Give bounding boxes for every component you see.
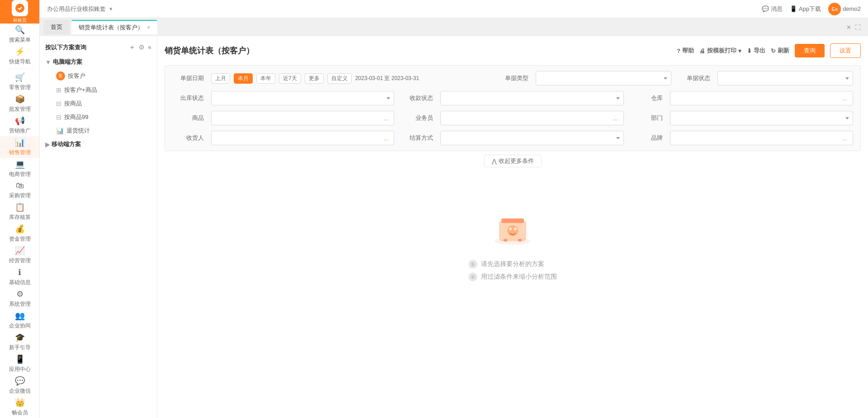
brand-select[interactable]: ... — [670, 131, 853, 145]
settings-button[interactable]: 设置 — [830, 43, 861, 58]
filter-row-receiver: 收货人 ... 结算方式 品牌 ... — [172, 131, 853, 145]
date-btn-custom[interactable]: 自定义 — [327, 73, 352, 84]
window-close-icon[interactable]: ✕ — [846, 24, 851, 31]
right-main: 销货单统计表（按客户） ? 帮助 🖨 按模板打印 ▾ ⬇ 导出 — [157, 36, 868, 418]
sidebar-item-vip[interactable]: 👑 畅会员 — [0, 396, 40, 418]
tree-item-by-customer[interactable]: 客 按客户 — [40, 69, 157, 83]
collapse-bar: ⋀ 收起更多条件 — [165, 151, 861, 171]
help-action[interactable]: ? 帮助 — [677, 47, 694, 55]
tree-arrow-pc: ▼ — [45, 59, 51, 66]
sidebar-item-shortcut[interactable]: ⚡ 快捷导航 — [0, 45, 40, 67]
sidebar-item-system[interactable]: ⚙ 系统管理 — [0, 288, 40, 309]
warehouse-dots[interactable]: ... — [840, 95, 849, 102]
out-status-label: 出库状态 — [172, 94, 204, 102]
search-icon: 🔍 — [15, 25, 25, 35]
tree-item-customer-goods[interactable]: ⊞ 按客户+商品 — [40, 83, 157, 97]
page-title-actions: ? 帮助 🖨 按模板打印 ▾ ⬇ 导出 ↻ 刷新 — [677, 43, 861, 58]
sidebar-item-management[interactable]: 📈 经营管理 — [0, 244, 40, 266]
date-btn-more[interactable]: 更多 — [305, 73, 324, 84]
topbar-right: 💬 消息 📱 App下载 Ea demo2 — [762, 3, 861, 15]
date-btn-7days[interactable]: 近7天 — [279, 73, 301, 84]
receiver-dots[interactable]: ... — [382, 135, 390, 142]
app-download-icon: 📱 — [790, 5, 797, 12]
sidebar-item-basic[interactable]: ℹ 基础信息 — [0, 266, 40, 288]
collapse-panel-button[interactable]: « — [148, 43, 151, 52]
dept-dropdown-icon — [845, 117, 849, 119]
home-tab-label: 首页 — [51, 23, 62, 31]
doc-status-select[interactable] — [717, 71, 853, 86]
finance-icon: 💰 — [15, 224, 25, 234]
edit-scheme-button[interactable]: ⊙ — [139, 43, 144, 52]
tip-text-2: 用过滤条件来缩小分析范围 — [481, 273, 557, 281]
print-action[interactable]: 🖨 按模板打印 ▾ — [699, 47, 741, 55]
tab-active[interactable]: 销货单统计表（按客户） × — [71, 20, 157, 34]
empty-state: ① 请先选择要分析的方案 ② 用过滤条件来缩小分析范围 — [165, 171, 861, 309]
receipt-status-select[interactable] — [440, 91, 623, 105]
warehouse-select[interactable]: ... — [670, 91, 853, 105]
staff-label: 业务员 — [401, 114, 433, 122]
tree-item-goods99[interactable]: ⊟ 按商品99 — [40, 110, 157, 124]
svg-rect-7 — [504, 239, 507, 242]
staff-dots[interactable]: ... — [611, 115, 620, 122]
sidebar-item-inventory[interactable]: 📋 库存核算 — [0, 201, 40, 223]
refresh-icon: ↻ — [771, 48, 776, 54]
svg-rect-8 — [518, 239, 522, 242]
message-item[interactable]: 💬 消息 — [762, 5, 783, 13]
sidebar-item-guide[interactable]: 🎓 新手引导 — [0, 331, 40, 353]
marketing-icon: 📢 — [15, 116, 25, 126]
query-button[interactable]: 查询 — [795, 44, 825, 57]
tab-home[interactable]: 首页 — [43, 20, 70, 34]
sidebar-item-sales[interactable]: 📊 销售管理 — [0, 136, 40, 158]
brand-dots[interactable]: ... — [840, 135, 849, 142]
collapse-button[interactable]: ⋀ 收起更多条件 — [484, 155, 542, 167]
goods-filter-label: 商品 — [172, 114, 204, 122]
tree-group-mobile[interactable]: ▶ 移动端方案 — [40, 138, 157, 151]
sidebar-item-finance[interactable]: 💰 资金管理 — [0, 223, 40, 244]
date-btn-this-year[interactable]: 本年 — [256, 73, 275, 84]
sidebar-item-apps[interactable]: 📱 应用中心 — [0, 353, 40, 375]
window-maximize-icon[interactable]: ⛶ — [855, 24, 861, 31]
filter-section: 单据日期 上月 本月 本年 近7天 更多 自定义 2023-03-01 至 20… — [165, 65, 861, 151]
settlement-select[interactable] — [440, 131, 623, 145]
goods-select[interactable]: ... — [211, 111, 394, 125]
staff-select[interactable]: ... — [440, 111, 623, 125]
basic-icon: ℹ — [18, 267, 21, 277]
tree-item-by-goods-label: 按商品 — [64, 100, 82, 108]
sidebar-item-ecommerce[interactable]: 💻 电商管理 — [0, 158, 40, 180]
doc-type-label: 单据类型 — [497, 74, 528, 82]
date-btn-this-month[interactable]: 本月 — [234, 73, 253, 84]
tree-group-pc[interactable]: ▼ 电脑端方案 — [40, 55, 157, 69]
sidebar-item-wechat[interactable]: 💬 企业微信 — [0, 375, 40, 396]
management-icon: 📈 — [15, 246, 25, 256]
dept-select[interactable] — [670, 111, 853, 125]
sidebar-item-wholesale[interactable]: 📦 批发管理 — [0, 93, 40, 114]
tree-item-return[interactable]: 📊 退货统计 — [40, 124, 157, 138]
sidebar-item-purchase[interactable]: 🛍 采购管理 — [0, 180, 40, 201]
tree-item-return-label: 退货统计 — [66, 127, 90, 135]
sidebar-item-collab[interactable]: 👥 企业协同 — [0, 309, 40, 331]
goods-dots[interactable]: ... — [382, 115, 390, 122]
sidebar-item-retail[interactable]: 🛒 零售管理 — [0, 71, 40, 93]
goods99-icon: ⊟ — [56, 114, 61, 121]
dropdown-chevron-icon[interactable]: ▾ — [109, 5, 113, 12]
page-title: 销货单统计表（按客户） — [165, 45, 254, 56]
filter-row-date: 单据日期 上月 本月 本年 近7天 更多 自定义 2023-03-01 至 20… — [172, 71, 853, 86]
app-download-item[interactable]: 📱 App下载 — [790, 5, 821, 13]
tree-item-by-goods[interactable]: ⊟ 按商品 — [40, 97, 157, 110]
sidebar: 标账页 🔍 搜索菜单 ⚡ 快捷导航 🛒 零售管理 📦 批发管理 📢 营销推广 📊… — [0, 0, 40, 418]
date-btn-last-month[interactable]: 上月 — [211, 73, 230, 84]
add-scheme-button[interactable]: ＋ — [129, 43, 135, 52]
active-tab-label: 销货单统计表（按客户） — [79, 24, 143, 32]
empty-tip-1: ① 请先选择要分析的方案 — [468, 260, 557, 269]
customer-goods-icon: ⊞ — [56, 86, 61, 94]
empty-tips: ① 请先选择要分析的方案 ② 用过滤条件来缩小分析范围 — [468, 260, 557, 281]
out-status-select[interactable] — [211, 91, 394, 105]
doc-type-select[interactable] — [536, 71, 671, 86]
receiver-select[interactable]: ... — [211, 131, 394, 145]
export-action[interactable]: ⬇ 导出 — [747, 47, 765, 55]
refresh-action[interactable]: ↻ 刷新 — [771, 47, 789, 55]
sidebar-item-search[interactable]: 🔍 搜索菜单 — [0, 24, 40, 45]
user-profile[interactable]: Ea demo2 — [828, 3, 861, 15]
tab-close-button[interactable]: × — [147, 24, 150, 31]
sidebar-item-marketing[interactable]: 📢 营销推广 — [0, 114, 40, 136]
